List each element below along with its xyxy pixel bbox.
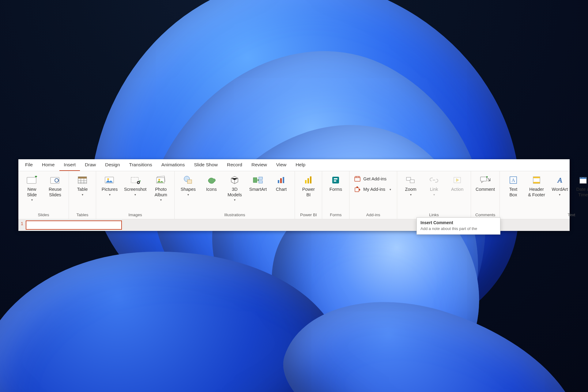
text-box-button[interactable]: A Text Box	[502, 173, 524, 198]
group-comments: Comment Comments	[471, 171, 500, 219]
svg-rect-38	[533, 177, 540, 178]
tab-draw[interactable]: Draw	[81, 160, 100, 171]
zoom-button[interactable]: Zoom ▾	[400, 173, 422, 197]
svg-rect-19	[280, 178, 282, 183]
shapes-button[interactable]: Shapes ▾	[177, 173, 199, 197]
my-addins-button[interactable]: My Add-ins ▾	[352, 185, 394, 194]
svg-rect-14	[187, 180, 192, 183]
tab-home[interactable]: Home	[38, 160, 59, 171]
table-icon	[77, 175, 88, 186]
group-images: Pictures ▾ Screenshot ▾ Photo Album ▾	[96, 171, 175, 219]
link-button[interactable]: Link ▾	[423, 173, 445, 197]
svg-rect-4	[78, 177, 87, 179]
svg-rect-39	[533, 182, 540, 183]
tab-animations[interactable]: Animations	[157, 160, 189, 171]
svg-rect-16	[259, 177, 262, 179]
tooltip-body: Add a note about this part of the	[420, 226, 496, 231]
group-label-illustrations: Illustrations	[224, 211, 245, 219]
chevron-down-icon: ▾	[160, 198, 162, 202]
chevron-down-icon: ▾	[109, 193, 111, 197]
calendar-icon	[578, 175, 588, 186]
tab-view[interactable]: View	[272, 160, 291, 171]
ribbon-body: New Slide ▾ Reuse Slides Slides	[18, 171, 570, 219]
smartart-button[interactable]: SmartArt	[247, 173, 269, 193]
svg-point-6	[107, 178, 109, 180]
tab-slide-show[interactable]: Slide Show	[190, 160, 222, 171]
action-button[interactable]: Action	[446, 173, 468, 193]
svg-rect-20	[283, 177, 284, 183]
reuse-slides-button[interactable]: Reuse Slides	[44, 173, 66, 198]
svg-rect-26	[334, 180, 336, 182]
link-icon	[428, 175, 439, 186]
tab-file[interactable]: File	[21, 160, 37, 171]
wordart-icon: A	[554, 175, 565, 186]
tab-record[interactable]: Record	[223, 160, 247, 171]
shapes-icon	[183, 175, 194, 186]
svg-rect-21	[305, 180, 307, 183]
screenshot-button[interactable]: Screenshot ▾	[122, 173, 149, 197]
power-bi-icon	[303, 175, 314, 186]
chevron-down-icon: ▾	[234, 198, 236, 202]
group-forms: Forms Forms	[322, 171, 349, 219]
group-label-images: Images	[129, 211, 142, 219]
power-bi-button[interactable]: Power BI	[297, 173, 319, 198]
header-footer-icon	[531, 175, 542, 186]
comment-icon	[480, 175, 491, 186]
photo-album-icon	[155, 175, 166, 186]
tooltip-title: Insert Comment	[420, 220, 496, 225]
icons-button[interactable]: Icons	[200, 173, 222, 193]
photo-album-button[interactable]: Photo Album ▾	[150, 173, 172, 202]
svg-text:A: A	[511, 178, 515, 183]
svg-rect-32	[410, 180, 414, 183]
action-icon	[452, 175, 463, 186]
reuse-slides-icon	[50, 175, 61, 186]
tab-review[interactable]: Review	[247, 160, 271, 171]
tab-help[interactable]: Help	[291, 160, 310, 171]
wordart-button[interactable]: A WordArt ▾	[549, 173, 571, 197]
pictures-icon	[104, 175, 115, 186]
chevron-down-icon: ▾	[390, 188, 391, 191]
header-footer-button[interactable]: Header & Footer	[526, 173, 548, 198]
svg-rect-15	[253, 178, 257, 183]
tab-insert[interactable]: Insert	[59, 160, 80, 171]
svg-rect-22	[307, 178, 309, 183]
svg-rect-18	[278, 180, 279, 183]
date-time-button[interactable]: Date & Time	[572, 173, 588, 198]
smartart-icon	[252, 175, 263, 186]
chevron-down-icon: ▾	[410, 193, 412, 197]
svg-text:A: A	[557, 176, 562, 184]
tab-transitions[interactable]: Transitions	[125, 160, 156, 171]
group-powerbi: Power BI Power BI	[295, 171, 322, 219]
addins-icon	[354, 186, 361, 193]
chart-button[interactable]: Chart	[270, 173, 292, 193]
slide-thumbnail-panel: 1	[18, 219, 122, 231]
cube-icon	[229, 175, 240, 186]
chevron-down-icon: ▾	[187, 193, 189, 197]
new-slide-button[interactable]: New Slide ▾	[21, 173, 43, 202]
ribbon-tabs: File Home Insert Draw Design Transitions…	[18, 159, 570, 171]
svg-rect-23	[310, 176, 311, 183]
comment-button[interactable]: Comment	[473, 173, 497, 193]
group-label-tables: Tables	[76, 211, 88, 219]
svg-rect-29	[356, 187, 358, 188]
group-label-powerbi: Power BI	[300, 211, 317, 219]
group-text: A Text Box Header & Footer A WordArt ▾	[500, 171, 588, 219]
pictures-button[interactable]: Pictures ▾	[99, 173, 121, 197]
chevron-down-icon: ▾	[433, 193, 435, 197]
table-button[interactable]: Table ▾	[71, 173, 93, 197]
group-illustrations: Shapes ▾ Icons 3D Models ▾	[175, 171, 295, 219]
svg-rect-27	[355, 178, 360, 181]
svg-rect-28	[355, 188, 359, 192]
chevron-down-icon: ▾	[31, 198, 33, 202]
forms-button[interactable]: Forms	[325, 173, 347, 193]
get-addins-button[interactable]: Get Add-ins	[352, 174, 394, 183]
icons-icon	[206, 175, 217, 186]
new-slide-icon	[26, 175, 37, 186]
svg-rect-0	[27, 177, 36, 183]
chart-icon	[276, 175, 287, 186]
3d-models-button[interactable]: 3D Models ▾	[224, 173, 246, 202]
group-addins: Get Add-ins My Add-ins ▾ Add-ins	[349, 171, 397, 219]
tab-design[interactable]: Design	[101, 160, 124, 171]
slide-thumbnail-1[interactable]	[26, 221, 122, 230]
svg-rect-34	[480, 177, 487, 181]
